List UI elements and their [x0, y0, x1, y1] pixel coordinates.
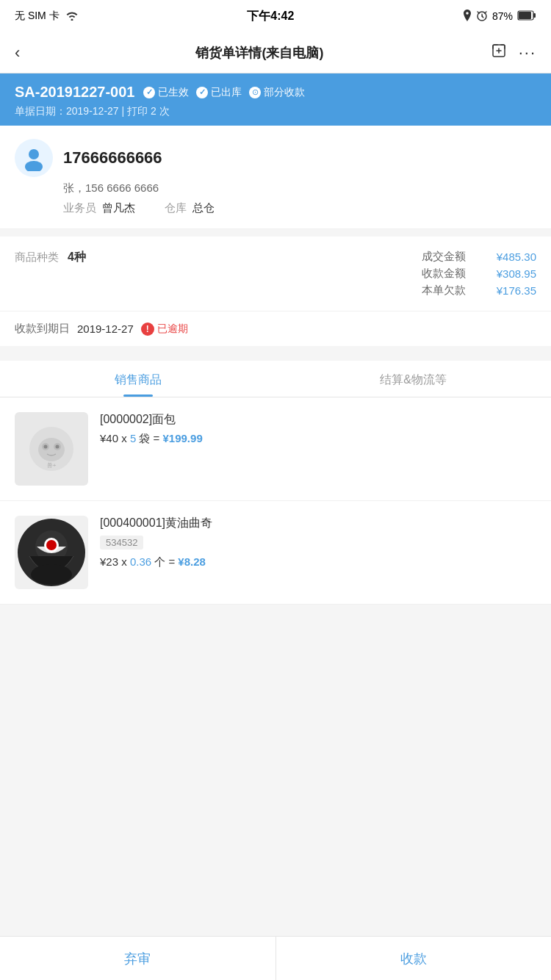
product-unit-2: 个 — [154, 555, 165, 568]
debt-row: 本单欠款 ¥176.35 — [422, 284, 536, 298]
tab-settlement[interactable]: 结算&物流等 — [276, 361, 551, 397]
stats-right: 成交金额 ¥485.30 收款金额 ¥308.95 本单欠款 ¥176.35 — [422, 250, 536, 298]
tab-underline — [123, 394, 153, 397]
nav-actions: ··· — [491, 43, 536, 62]
collected-label: 收款金额 — [422, 267, 466, 281]
product-info-2: [000400001]黄油曲奇 534532 ¥23 x 0.36 个 = ¥8… — [100, 516, 536, 569]
product-image-2 — [15, 516, 88, 589]
status-right: 87% — [463, 10, 536, 24]
order-id: SA-20191227-001 — [15, 84, 134, 101]
page-title: 销货单详情(来自电脑) — [29, 44, 490, 62]
battery-icon — [517, 10, 536, 23]
product-placeholder-1: 兽+ — [15, 412, 88, 486]
product-price-row-2: ¥23 x 0.36 个 = ¥8.28 — [100, 555, 536, 569]
sales-value: 曾凡杰 — [102, 201, 135, 215]
status-badge-effective: ✓ 已生效 — [143, 86, 189, 99]
status-bar: 无 SIM 卡 下午4:42 87% — [0, 0, 551, 32]
tab-settlement-label: 结算&物流等 — [380, 373, 447, 386]
product-item: 兽+ [0000002]面包 ¥40 x 5 袋 = ¥199.99 — [0, 397, 551, 501]
svg-point-12 — [56, 445, 60, 449]
status-badges: ✓ 已生效 ✓ 已出库 ⊙ 部分收款 — [143, 86, 305, 99]
svg-point-5 — [29, 149, 39, 159]
warehouse: 仓库 总仓 — [165, 201, 215, 215]
header-date-print: 单据日期：2019-12-27 | 打印 2 次 — [15, 105, 536, 118]
product-qty-1: 5 — [130, 432, 136, 444]
carrier-text: 无 SIM 卡 — [15, 10, 60, 23]
product-image-1: 兽+ — [15, 412, 88, 486]
status-time: 下午4:42 — [247, 9, 294, 24]
stats-left: 商品种类 4种 — [15, 250, 86, 265]
due-label: 收款到期日 — [15, 322, 70, 336]
svg-rect-3 — [519, 12, 531, 19]
type-label: 商品种类 — [15, 251, 59, 264]
check-icon-1: ✓ — [143, 87, 155, 98]
tab-sales-products[interactable]: 销售商品 — [0, 361, 276, 397]
tabs-section: 销售商品 结算&物流等 — [0, 361, 551, 397]
back-button[interactable]: ‹ — [15, 37, 29, 68]
svg-point-8 — [38, 438, 65, 461]
status-badge-partial: ⊙ 部分收款 — [249, 86, 305, 99]
alarm-icon — [476, 10, 488, 24]
product-item-2: [000400001]黄油曲奇 534532 ¥23 x 0.36 个 = ¥8… — [0, 501, 551, 605]
product-price-1: ¥40 — [100, 432, 118, 444]
overdue-badge: ! 已逾期 — [141, 323, 188, 336]
sales-person: 业务员 曾凡杰 — [63, 201, 135, 215]
battery-text: 87% — [492, 10, 513, 22]
clock-icon: ⊙ — [249, 87, 261, 98]
bottom-bar: 弃审 收款 — [0, 936, 551, 980]
svg-point-17 — [46, 540, 57, 550]
deal-amount-value: ¥485.30 — [478, 251, 536, 263]
status-badge-shipped: ✓ 已出库 — [196, 86, 242, 99]
svg-point-6 — [25, 161, 43, 171]
sales-label: 业务员 — [63, 201, 96, 215]
product-name-1: [0000002]面包 — [100, 412, 536, 428]
overdue-text: 已逾期 — [157, 323, 188, 336]
svg-text:兽+: 兽+ — [47, 462, 57, 469]
tab-sales-label: 销售商品 — [115, 373, 162, 386]
product-price-2: ¥23 — [100, 555, 118, 568]
divider-1 — [0, 229, 551, 237]
customer-name-phone: 张，156 6666 6666 — [15, 181, 536, 195]
more-button[interactable]: ··· — [519, 43, 536, 62]
tabs-row: 销售商品 结算&物流等 — [0, 361, 551, 397]
due-section: 收款到期日 2019-12-27 ! 已逾期 — [0, 311, 551, 346]
status-left: 无 SIM 卡 — [15, 10, 79, 23]
bottom-spacer — [0, 605, 551, 656]
wifi-icon — [65, 10, 79, 23]
reject-button[interactable]: 弃审 — [0, 937, 276, 980]
type-count: 4种 — [68, 250, 86, 265]
product-total-1: ¥199.99 — [163, 432, 203, 444]
stats-section: 商品种类 4种 成交金额 ¥485.30 收款金额 ¥308.95 本单欠款 ¥… — [0, 237, 551, 311]
svg-point-18 — [31, 564, 72, 585]
overdue-dot-icon: ! — [141, 323, 154, 336]
nav-bar: ‹ 销货单详情(来自电脑) ··· — [0, 32, 551, 73]
customer-section: 17666666666 张，156 6666 6666 业务员 曾凡杰 仓库 总… — [0, 126, 551, 229]
location-icon — [463, 10, 472, 24]
warehouse-value: 总仓 — [192, 201, 215, 215]
warehouse-label: 仓库 — [165, 201, 187, 215]
collected-row: 收款金额 ¥308.95 — [422, 267, 536, 281]
check-icon-2: ✓ — [196, 87, 208, 98]
debt-value: ¥176.35 — [478, 284, 536, 297]
customer-phone: 17666666666 — [63, 148, 162, 167]
product-qty-2: 0.36 — [130, 555, 151, 568]
deal-amount-label: 成交金额 — [422, 250, 466, 264]
customer-meta: 业务员 曾凡杰 仓库 总仓 — [15, 201, 536, 215]
collect-button[interactable]: 收款 — [276, 937, 552, 980]
product-batch-2: 534532 — [100, 536, 143, 550]
divider-2 — [0, 346, 551, 353]
product-unit-1: 袋 — [139, 432, 150, 444]
product-price-row-1: ¥40 x 5 袋 = ¥199.99 — [100, 432, 536, 446]
product-total-2: ¥8.28 — [178, 555, 206, 568]
avatar — [15, 139, 53, 177]
product-info-1: [0000002]面包 ¥40 x 5 袋 = ¥199.99 — [100, 412, 536, 446]
product-name-2: [000400001]黄油曲奇 — [100, 516, 536, 531]
share-button[interactable] — [491, 43, 507, 62]
products-section: 兽+ [0000002]面包 ¥40 x 5 袋 = ¥199.99 — [0, 397, 551, 605]
collected-value: ¥308.95 — [478, 267, 536, 280]
deal-amount-row: 成交金额 ¥485.30 — [422, 250, 536, 264]
svg-rect-2 — [533, 13, 536, 18]
header-banner: SA-20191227-001 ✓ 已生效 ✓ 已出库 ⊙ 部分收款 单据日期：… — [0, 73, 551, 126]
due-date: 2019-12-27 — [77, 323, 134, 335]
debt-label: 本单欠款 — [422, 284, 466, 298]
